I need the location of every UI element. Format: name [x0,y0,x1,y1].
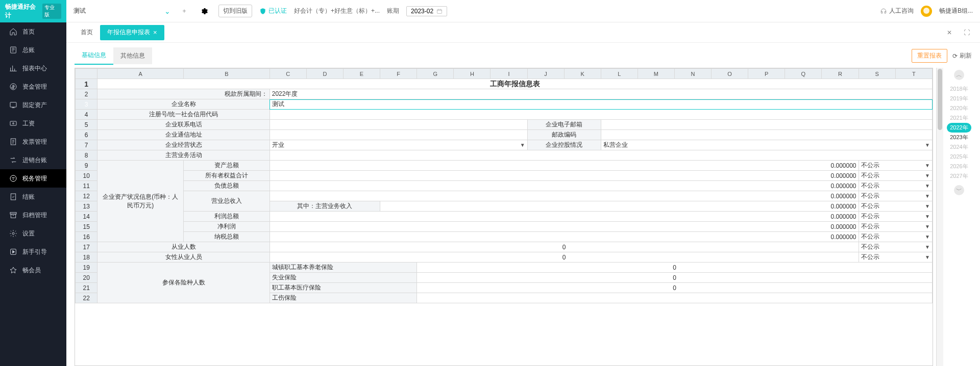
cell[interactable] [601,120,932,130]
chevron-down-icon[interactable]: ▼ [925,193,930,199]
cell[interactable]: 私营企业▼ [601,140,932,150]
row-header[interactable]: 16 [76,232,97,242]
row-header[interactable]: 13 [76,201,97,212]
col-header[interactable]: T [895,69,932,79]
chevron-down-icon[interactable]: ▼ [925,203,930,209]
cell[interactable]: 不公示▼ [859,222,932,232]
col-header[interactable]: K [564,69,601,79]
row-header[interactable]: 4 [76,110,97,120]
col-header[interactable]: R [822,69,859,79]
sidebar-item-archive[interactable]: 归档管理 [0,206,66,224]
year-option[interactable]: 2024年 [947,142,971,152]
cell[interactable] [601,130,932,140]
sidebar-item-ledger[interactable]: 总账 [0,41,66,59]
subtab-basic[interactable]: 基础信息 [75,47,113,65]
cell[interactable]: 0 [417,283,933,293]
cell[interactable]: 不公示▼ [859,181,932,191]
cell[interactable]: 净利润 [184,222,270,232]
row-header[interactable]: 20 [76,273,97,283]
cell[interactable]: 0 [270,252,859,263]
chevron-down-icon[interactable]: ▼ [925,234,930,240]
chevron-down-icon[interactable]: ▼ [520,142,525,148]
chevron-down-icon[interactable]: ▼ [925,224,930,229]
cell[interactable]: 失业保险 [270,273,416,283]
chevron-down-icon[interactable]: ▼ [925,254,930,260]
cell[interactable] [270,120,527,130]
cell[interactable]: 职工基本医疗保险 [270,283,416,293]
row-header[interactable]: 15 [76,222,97,232]
col-header[interactable]: L [601,69,638,79]
cell[interactable]: 0.000000 [270,161,859,171]
cell[interactable]: 0.000000 [270,222,859,232]
cell[interactable] [270,150,932,161]
cell[interactable]: 工伤保险 [270,293,416,303]
cell[interactable] [417,293,933,303]
col-header[interactable]: C [270,69,306,79]
cell[interactable]: 不公示▼ [859,171,932,181]
cell[interactable]: 不公示▼ [859,242,932,252]
year-option[interactable]: 2018年 [947,84,971,94]
company-selector[interactable]: 测试 ⌄ [74,4,170,18]
sidebar-item-tax[interactable]: 税务管理 [0,169,66,188]
switch-old-version-button[interactable]: 切到旧版 [218,5,252,17]
spreadsheet[interactable]: ABCDEFGHIJKLMNOPQRST 1工商年报信息表2税款所属期间：202… [75,68,933,366]
cell[interactable]: 营业总收入 [184,191,270,212]
cell[interactable]: 0.000000 [270,232,859,242]
sidebar-item-chart[interactable]: 报表中心 [0,59,66,77]
cell[interactable]: 2022年度 [270,89,932,99]
cell[interactable]: 0.000000 [270,181,859,191]
reset-report-button[interactable]: 重置报表 [912,49,947,63]
cell[interactable]: 从业人数 [97,242,270,252]
year-option[interactable]: 2022年 [947,123,971,133]
cell[interactable]: 企业电子邮箱 [527,120,601,130]
col-header[interactable]: G [417,69,454,79]
cell[interactable]: 企业通信地址 [97,130,270,140]
cell[interactable]: 不公示▼ [859,232,932,242]
cell[interactable]: 不公示▼ [859,252,932,263]
vertical-scrollbar[interactable] [936,68,943,366]
close-icon[interactable]: × [153,29,157,36]
cell[interactable]: 不公示▼ [859,212,932,222]
row-header[interactable]: 9 [76,161,97,171]
chevron-down-icon[interactable]: ▼ [925,183,930,189]
subtab-other[interactable]: 其他信息 [113,47,152,64]
cell[interactable]: 企业经营状态 [97,140,270,150]
year-option[interactable]: 2021年 [947,113,971,123]
row-header[interactable]: 14 [76,212,97,222]
sidebar-item-inout[interactable]: 进销台账 [0,151,66,169]
col-header[interactable]: A [97,69,184,79]
company-settings-button[interactable] [198,5,211,18]
sidebar-item-vip[interactable]: 畅会员 [0,261,66,279]
close-all-tabs-button[interactable]: ✕ [943,27,955,39]
user-name[interactable]: 畅捷通B组... [939,7,973,15]
cell[interactable]: 0.000000 [380,201,859,212]
col-header[interactable]: Q [785,69,822,79]
cell[interactable]: 企业联系电话 [97,120,270,130]
row-header[interactable]: 2 [76,89,97,99]
fullscreen-button[interactable]: ⛶ [961,27,973,39]
sidebar-item-close[interactable]: 结账 [0,188,66,206]
scrollbar-thumb[interactable] [938,69,942,130]
sidebar-item-asset[interactable]: 固定资产 [0,96,66,114]
sidebar-item-settings[interactable]: 设置 [0,224,66,243]
cell[interactable]: 0 [417,263,933,273]
row-header[interactable]: 11 [76,181,97,191]
cell[interactable]: 城镇职工基本养老保险 [270,263,416,273]
col-header[interactable]: S [859,69,895,79]
chevron-down-icon[interactable]: ▼ [925,163,930,168]
row-header[interactable]: 6 [76,130,97,140]
col-header[interactable]: H [454,69,491,79]
chevron-down-icon[interactable]: ▼ [925,173,930,178]
cell[interactable]: 利润总额 [184,212,270,222]
year-next-button[interactable]: ﹀ [954,185,964,195]
row-header[interactable]: 12 [76,191,97,201]
chevron-down-icon[interactable]: ▼ [925,142,930,148]
sidebar-item-guide[interactable]: 新手引导 [0,243,66,261]
cell[interactable]: 0 [270,242,859,252]
year-option[interactable]: 2026年 [947,162,971,171]
chevron-down-icon[interactable]: ▼ [925,214,930,219]
row-header[interactable]: 17 [76,242,97,252]
cell[interactable]: 资产总额 [184,161,270,171]
col-header[interactable]: O [712,69,748,79]
row-header[interactable]: 7 [76,140,97,150]
